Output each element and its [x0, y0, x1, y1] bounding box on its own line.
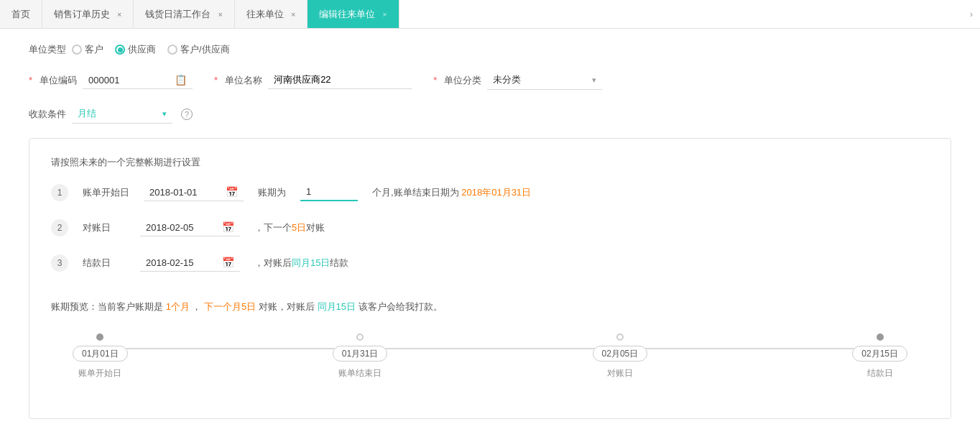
main-content: 单位类型 客户 供应商 客户/供应商 * 单位编码: [0, 29, 980, 437]
radio-supplier-label: 供应商: [128, 43, 156, 56]
radio-customer-label: 客户: [85, 43, 103, 56]
unit-category-select[interactable]: 未分类 ▾: [487, 70, 602, 90]
preview-part2: 下一个月5日: [204, 301, 256, 312]
unit-code-field: * 单位编码 📋: [29, 71, 193, 89]
timeline-item-3: 02月15日 结款日: [852, 334, 907, 380]
tab-partner-unit-close[interactable]: ×: [291, 10, 295, 19]
radio-customer[interactable]: 客户: [72, 43, 103, 56]
unit-category-star: *: [433, 75, 437, 86]
tab-partner-unit[interactable]: 往来单位 ×: [235, 0, 308, 28]
unit-code-input-wrapper: 📋: [83, 71, 193, 89]
timeline-date-2: 02月05日: [593, 346, 648, 362]
preview-text: 账期预览：当前客户账期是 1个月 ， 下一个月5日 对账，对账后 同月15日 该…: [51, 300, 929, 313]
period-input[interactable]: [300, 183, 358, 201]
step3-date-input[interactable]: [146, 257, 218, 268]
tab-edit-unit-close[interactable]: ×: [382, 10, 387, 19]
help-icon[interactable]: ?: [181, 109, 193, 120]
step2-calendar-icon[interactable]: 📅: [222, 221, 234, 233]
payment-terms-row: 收款条件 月结 ▾ ?: [29, 104, 951, 124]
unit-name-input[interactable]: [268, 72, 412, 89]
tab-sales-history-close[interactable]: ×: [117, 10, 121, 19]
step3-label: 结款日: [83, 257, 126, 270]
step2-date-input[interactable]: [146, 222, 218, 233]
tab-partner-unit-label: 往来单位: [246, 8, 284, 21]
tab-bar: 首页 销售订单历史 × 钱货日清工作台 × 往来单位 × 编辑往来单位 × ›: [0, 0, 980, 29]
unit-category-dropdown-icon: ▾: [592, 75, 596, 85]
preview-suffix: 该客户会给我打款。: [359, 301, 443, 312]
preview-part3: 同月15日: [318, 301, 356, 312]
timeline-date-1: 01月31日: [333, 346, 388, 362]
tab-edit-unit-label: 编辑往来单位: [319, 8, 375, 21]
timeline-item-1: 01月31日 账单结束日: [333, 334, 388, 380]
tab-sales-history[interactable]: 销售订单历史 ×: [42, 0, 134, 28]
unit-name-label: 单位名称: [225, 74, 262, 87]
payment-terms-field: 收款条件 月结 ▾ ?: [29, 104, 193, 124]
unit-type-row: 单位类型 客户 供应商 客户/供应商: [29, 43, 951, 56]
timeline-item-0: 01月01日 账单开始日: [73, 334, 128, 380]
card-section: 请按照未来的一个完整帐期进行设置 1 账单开始日 📅 账期为 个月,账单结束日期…: [29, 138, 951, 419]
payment-terms-select[interactable]: 月结 ▾: [72, 104, 172, 124]
preview-section: 账期预览：当前客户账期是 1个月 ， 下一个月5日 对账，对账后 同月15日 该…: [51, 289, 929, 401]
step1-label: 账单开始日: [83, 186, 129, 199]
step3-calendar-icon[interactable]: 📅: [222, 257, 234, 268]
tab-arrow[interactable]: ›: [963, 0, 980, 28]
tab-cash-ledger-label: 钱货日清工作台: [145, 8, 211, 21]
timeline-date-0: 01月01日: [73, 346, 128, 362]
step2-highlight: 5日: [292, 222, 306, 233]
tab-sales-history-label: 销售订单历史: [54, 8, 110, 21]
unit-category-field: * 单位分类 未分类 ▾: [433, 70, 602, 90]
tab-edit-unit[interactable]: 编辑往来单位 ×: [308, 0, 399, 28]
timeline-dot-1: [356, 334, 364, 341]
tab-home[interactable]: 首页: [0, 0, 42, 28]
step1-calendar-icon[interactable]: 📅: [226, 186, 238, 198]
radio-both-label: 客户/供应商: [180, 43, 230, 56]
card-instruction: 请按照未来的一个完整帐期进行设置: [51, 156, 929, 169]
step2-num: 2: [51, 219, 68, 236]
payment-terms-value: 月结: [78, 107, 162, 120]
timeline-label-3: 结款日: [867, 367, 893, 380]
step2-desc: ，下一个5日对账: [254, 221, 325, 234]
timeline-badge-2: 02月05日: [593, 348, 648, 360]
step1-period-end: 2018年01月31日: [461, 187, 531, 198]
unit-category-label: 单位分类: [444, 74, 481, 87]
step2-label: 对账日: [83, 221, 126, 234]
radio-customer-circle: [72, 45, 82, 55]
unit-name-field: * 单位名称: [214, 72, 412, 89]
tab-cash-ledger[interactable]: 钱货日清工作台 ×: [134, 0, 234, 28]
step3-date-input-wrapper: 📅: [140, 254, 240, 272]
tab-cash-ledger-close[interactable]: ×: [218, 10, 222, 19]
radio-supplier[interactable]: 供应商: [115, 43, 156, 56]
unit-code-label: 单位编码: [40, 74, 77, 87]
radio-both[interactable]: 客户/供应商: [167, 43, 230, 56]
step1-date-input[interactable]: [149, 187, 221, 198]
timeline-badge-1: 01月31日: [333, 348, 388, 360]
unit-type-radio-group: 客户 供应商 客户/供应商: [72, 43, 230, 56]
timeline-date-3: 02月15日: [852, 346, 907, 362]
step3-desc: ，对账后同月15日结款: [254, 257, 348, 270]
unit-type-label: 单位类型: [29, 43, 66, 56]
step1-row: 1 账单开始日 📅 账期为 个月,账单结束日期为 2018年01月31日: [51, 183, 929, 201]
radio-supplier-circle: [115, 45, 125, 55]
unit-category-value: 未分类: [493, 73, 592, 86]
timeline-dot-3: [877, 334, 884, 341]
step3-highlight: 同月15日: [292, 257, 330, 268]
step3-row: 3 结款日 📅 ，对账后同月15日结款: [51, 254, 929, 272]
step1-period-suffix: 个月,账单结束日期为 2018年01月31日: [372, 186, 531, 199]
unit-code-icon[interactable]: 📋: [175, 74, 187, 86]
payment-terms-label: 收款条件: [29, 108, 66, 121]
unit-type-field: 单位类型 客户 供应商 客户/供应商: [29, 43, 230, 56]
timeline-badge-3: 02月15日: [852, 348, 907, 360]
timeline-items: 01月01日 账单开始日 01月31日 账单结束日: [73, 334, 907, 380]
step2-row: 2 对账日 📅 ，下一个5日对账: [51, 218, 929, 236]
radio-both-circle: [167, 45, 177, 55]
unit-info-row: * 单位编码 📋 * 单位名称 * 单位分类 未分类 ▾: [29, 70, 951, 90]
timeline-dot-2: [616, 334, 624, 341]
unit-code-input[interactable]: [88, 75, 175, 86]
timeline-dot-0: [96, 334, 103, 341]
timeline-item-2: 02月05日 对账日: [593, 334, 648, 380]
timeline-label-2: 对账日: [607, 367, 633, 380]
unit-code-star: *: [29, 75, 32, 86]
payment-terms-dropdown-icon: ▾: [162, 109, 167, 119]
timeline-label-1: 账单结束日: [338, 367, 382, 380]
timeline-label-0: 账单开始日: [78, 367, 121, 380]
